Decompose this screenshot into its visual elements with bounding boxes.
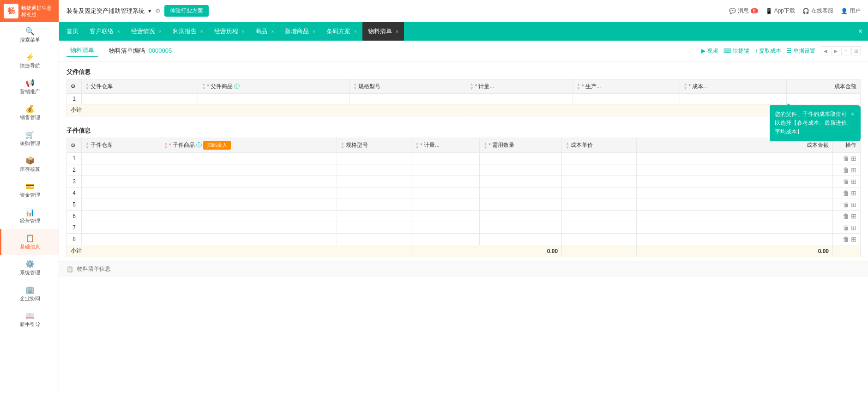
copy-icon-5[interactable]: ⊞ (851, 201, 856, 208)
nav-tab-3[interactable]: 利润报告× (167, 22, 209, 41)
nav-tab-1[interactable]: 客户联络× (84, 22, 126, 41)
tooltip-close[interactable]: × (851, 110, 854, 119)
nav-tab-close-3[interactable]: × (200, 29, 203, 34)
shortcut-action[interactable]: ⌨ 快捷键 (723, 47, 749, 55)
nav-tab-close-6[interactable]: × (313, 29, 315, 34)
parent-row-1-cost[interactable] (680, 94, 786, 104)
child-row-7-qty[interactable] (480, 222, 562, 234)
delete-icon-1[interactable]: 🗑 (843, 155, 849, 162)
sidebar-item-operations[interactable]: 📊经营管理 (0, 203, 59, 229)
parent-row-1-spec[interactable] (350, 94, 466, 104)
child-row-1-spec[interactable] (337, 153, 411, 164)
delete-icon-6[interactable]: 🗑 (843, 212, 849, 220)
nav-list[interactable]: ≡ (841, 46, 850, 55)
delete-icon-4[interactable]: 🗑 (843, 189, 849, 197)
online-service-action[interactable]: 🎧 在线客服 (802, 7, 833, 15)
child-row-2-qty[interactable] (480, 164, 562, 176)
copy-icon-4[interactable]: ⊞ (851, 189, 856, 197)
child-row-3-qty[interactable] (480, 176, 562, 187)
nav-tab-close-7[interactable]: × (354, 29, 357, 34)
sidebar-item-system[interactable]: ⚙️系统管理 (0, 255, 59, 281)
child-row-7-unit[interactable] (411, 222, 480, 234)
sidebar-item-enterprise[interactable]: 🏢企业协同 (0, 281, 59, 307)
delete-icon-3[interactable]: 🗑 (843, 178, 849, 185)
sidebar-item-quick-nav[interactable]: ⚡快捷导航 (0, 48, 59, 74)
child-row-4-product[interactable] (160, 187, 337, 199)
child-row-7-product[interactable] (160, 222, 337, 234)
nav-tab-0[interactable]: 首页 (61, 22, 84, 41)
parent-col-settings[interactable]: ⚙ (67, 79, 82, 94)
delete-icon-2[interactable]: 🗑 (843, 166, 849, 174)
delete-icon-5[interactable]: 🗑 (843, 201, 849, 208)
child-row-7-spec[interactable] (337, 222, 411, 234)
nav-tab-2[interactable]: 经营情况× (126, 22, 167, 41)
child-row-2-unit[interactable] (411, 164, 480, 176)
scan-button[interactable]: 扫码录入 (203, 141, 231, 150)
sidebar-item-guide[interactable]: 📖新手引导 (0, 307, 59, 333)
child-row-5-product[interactable] (160, 199, 337, 211)
app-download-action[interactable]: 📱 App下载 (766, 7, 795, 15)
sub-tab-code[interactable]: 物料清单编码 0000005 (105, 45, 175, 57)
child-row-3-product[interactable] (160, 176, 337, 187)
copy-icon-1[interactable]: ⊞ (851, 155, 856, 162)
child-row-5-unit-cost[interactable] (562, 199, 636, 211)
child-row-1-warehouse[interactable] (82, 153, 160, 164)
child-row-8-qty[interactable] (480, 234, 562, 245)
parent-row-1-warehouse[interactable] (82, 94, 198, 104)
sidebar-item-marketing[interactable]: 📢营销推广 (0, 74, 59, 100)
child-row-2-spec[interactable] (337, 164, 411, 176)
child-row-6-unit[interactable] (411, 211, 480, 222)
child-row-8-spec[interactable] (337, 234, 411, 245)
child-row-4-qty[interactable] (480, 187, 562, 199)
child-row-4-warehouse[interactable] (82, 187, 160, 199)
parent-row-1-production[interactable] (573, 94, 680, 104)
child-row-7-warehouse[interactable] (82, 222, 160, 234)
nav-tab-8[interactable]: 物料清单× (362, 22, 404, 41)
sidebar-item-purchase[interactable]: 🛒采购管理 (0, 126, 59, 151)
child-row-8-warehouse[interactable] (82, 234, 160, 245)
child-row-4-unit-cost[interactable] (562, 187, 636, 199)
child-row-6-unit-cost[interactable] (562, 211, 636, 222)
child-row-8-unit-cost[interactable] (562, 234, 636, 245)
sub-tab-bill[interactable]: 物料清单 (66, 44, 98, 57)
nav-tab-close-5[interactable]: × (271, 29, 274, 34)
sidebar-item-sales[interactable]: 💰销售管理 (0, 100, 59, 126)
user-action[interactable]: 👤 用户 (841, 7, 861, 15)
child-row-5-unit[interactable] (411, 199, 480, 211)
delete-icon-8[interactable]: 🗑 (843, 236, 849, 243)
child-row-1-unit-cost[interactable] (562, 153, 636, 164)
child-row-2-warehouse[interactable] (82, 164, 160, 176)
copy-icon-3[interactable]: ⊞ (851, 178, 856, 185)
view-action[interactable]: ▶ 视频 (701, 47, 718, 55)
child-row-3-unit[interactable] (411, 176, 480, 187)
child-row-3-spec[interactable] (337, 176, 411, 187)
copy-icon-2[interactable]: ⊞ (851, 166, 856, 174)
child-row-6-spec[interactable] (337, 211, 411, 222)
child-row-6-product[interactable] (160, 211, 337, 222)
child-row-8-product[interactable] (160, 234, 337, 245)
trial-button[interactable]: 体验行业方案 (164, 5, 209, 17)
sidebar-item-search[interactable]: 🔍搜索菜单 (0, 22, 59, 48)
nav-prev[interactable]: ◀ (821, 46, 830, 55)
child-row-1-unit[interactable] (411, 153, 480, 164)
child-row-7-unit-cost[interactable] (562, 222, 636, 234)
sidebar-item-basic-info[interactable]: 📋基础信息 (0, 229, 59, 255)
child-row-6-qty[interactable] (480, 211, 562, 222)
child-row-2-product[interactable] (160, 164, 337, 176)
copy-icon-8[interactable]: ⊞ (851, 236, 856, 243)
child-row-3-warehouse[interactable] (82, 176, 160, 187)
child-row-5-spec[interactable] (337, 199, 411, 211)
child-col-settings[interactable]: ⚙ (67, 138, 82, 153)
single-settings-action[interactable]: ☰ 单据设置 (787, 47, 815, 55)
child-row-8-unit[interactable] (411, 234, 480, 245)
child-row-1-product[interactable] (160, 153, 337, 164)
child-row-6-warehouse[interactable] (82, 211, 160, 222)
child-row-1-qty[interactable] (480, 153, 562, 164)
copy-icon-6[interactable]: ⊞ (851, 212, 856, 220)
nav-tab-close-1[interactable]: × (117, 29, 120, 34)
nav-tab-5[interactable]: 商品× (250, 22, 279, 41)
nav-tab-close-2[interactable]: × (159, 29, 162, 34)
nav-tab-7[interactable]: 条码方案× (321, 22, 362, 41)
copy-icon-7[interactable]: ⊞ (851, 224, 856, 231)
nav-expand[interactable]: ⊞ (851, 46, 861, 55)
